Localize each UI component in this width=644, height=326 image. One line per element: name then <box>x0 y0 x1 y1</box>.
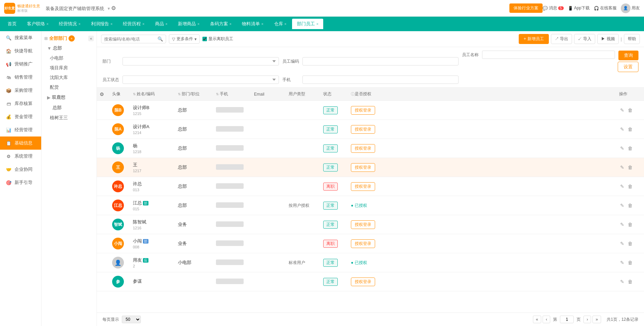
gear-button[interactable]: ⚙ <box>111 5 116 11</box>
show-resigned-checkbox[interactable] <box>202 37 207 41</box>
dropdown-icon[interactable]: ▾ <box>108 6 110 11</box>
dept-sub-xiaodian[interactable]: 小电部 <box>42 53 97 63</box>
dept-filter-select[interactable] <box>123 57 279 65</box>
tab-history[interactable]: 经营历程 × <box>118 19 149 29</box>
edit-icon[interactable]: ✎ <box>620 279 624 284</box>
edit-icon[interactable]: ✎ <box>620 260 624 265</box>
close-icon[interactable]: × <box>110 22 112 26</box>
delete-icon[interactable]: 🗑 <box>628 146 633 151</box>
edit-icon[interactable]: ✎ <box>620 184 624 189</box>
view-btn[interactable]: ▶ 视频 <box>597 34 618 44</box>
sidebar-item-inventory[interactable]: 🗃 库存核算 <box>0 97 41 110</box>
tab-profit[interactable]: 利润报告 × <box>86 19 117 29</box>
delete-icon[interactable]: 🗑 <box>628 241 633 246</box>
export-btn[interactable]: ↗ 导出 <box>551 34 572 44</box>
dept-item-shuanglu[interactable]: ▶ 双鹿想 <box>42 92 97 103</box>
sidebar-item-management[interactable]: 📊 经营管理 <box>0 123 41 136</box>
sort-icon[interactable]: ⇅ <box>133 92 136 96</box>
close-icon[interactable]: × <box>261 22 263 26</box>
sidebar-item-purchase[interactable]: 📦 采购管理 <box>0 84 41 97</box>
tab-barcode[interactable]: 条码方案 × <box>205 19 236 29</box>
close-icon[interactable]: × <box>284 22 287 26</box>
edit-icon[interactable]: ✎ <box>620 222 624 227</box>
edit-icon[interactable]: ✎ <box>620 165 624 170</box>
sidebar-item-finance[interactable]: 💰 资金管理 <box>0 110 41 123</box>
online-service-link[interactable]: 🎧 在线客服 <box>594 5 617 11</box>
edit-icon[interactable]: ✎ <box>620 203 624 208</box>
show-resigned-label[interactable]: 显示离职员工 <box>202 36 233 42</box>
auth-login-btn[interactable]: 授权登录 <box>351 144 375 153</box>
auth-login-btn[interactable]: 授权登录 <box>351 182 375 191</box>
tab-warehouse[interactable]: 仓库 × <box>269 19 291 29</box>
delete-icon[interactable]: 🗑 <box>628 107 633 113</box>
next-page-btn[interactable]: › <box>583 316 591 323</box>
sidebar-item-quicknav[interactable]: 🏠 快捷导航 <box>0 44 41 58</box>
edit-icon[interactable]: ✎ <box>620 241 624 246</box>
user-info[interactable]: 👤 用友 <box>621 3 640 13</box>
auth-login-btn[interactable]: 授权登录 <box>351 239 375 248</box>
sidebar-item-basic-info[interactable]: 📋 基础信息 <box>0 136 41 150</box>
delete-icon[interactable]: 🗑 <box>628 222 633 227</box>
emp-code-input[interactable] <box>302 57 459 65</box>
collapse-tree-btn[interactable]: « <box>88 36 94 41</box>
sidebar-item-search[interactable]: 🔍 搜索菜单 <box>0 31 41 44</box>
edit-icon[interactable]: ✎ <box>620 146 624 151</box>
per-page-select[interactable]: 50 100 200 <box>122 316 141 323</box>
tab-dept-staff[interactable]: 部门员工 × <box>292 19 323 29</box>
sort-icon-phone[interactable]: ⇅ <box>216 92 219 96</box>
dept-item-zongbu[interactable]: 总部 <box>42 103 97 113</box>
query-btn[interactable]: 查询 <box>618 51 638 60</box>
close-icon[interactable]: × <box>46 22 48 26</box>
tab-customers[interactable]: 客户联络 × <box>22 19 53 29</box>
more-filter-btn[interactable]: ▽ 更多条件 ▾ <box>169 34 200 44</box>
help-btn[interactable]: 帮助 <box>624 34 640 44</box>
sidebar-item-sales[interactable]: 🛍 销售管理 <box>0 71 41 84</box>
trial-btn[interactable]: 体验行业方案 <box>509 3 543 13</box>
import-btn[interactable]: ↙ 导入 <box>574 34 595 44</box>
close-icon[interactable]: × <box>165 22 167 26</box>
delete-icon[interactable]: 🗑 <box>628 203 633 208</box>
edit-icon[interactable]: ✎ <box>620 107 624 113</box>
auth-login-btn[interactable]: 授权登录 <box>351 125 375 134</box>
set-btn[interactable]: 设置 <box>618 62 638 72</box>
auth-login-btn[interactable]: 授权登录 <box>351 163 375 172</box>
auth-login-btn[interactable]: 授权登录 <box>351 106 375 115</box>
sidebar-item-collab[interactable]: 🤝 企业协同 <box>0 163 41 176</box>
prev-page-btn[interactable]: ‹ <box>543 316 550 323</box>
dept-sub-project[interactable]: 项目库房 <box>42 63 97 73</box>
tab-operations[interactable]: 经营情况 × <box>54 19 85 29</box>
auth-login-btn[interactable]: 授权登录 <box>351 220 375 229</box>
auth-login-btn[interactable]: 授权登录 <box>351 277 375 286</box>
dept-add-icon[interactable]: + <box>69 35 75 42</box>
sidebar-item-system[interactable]: ⚙ 系统管理 <box>0 150 41 163</box>
phone-input[interactable] <box>302 76 459 84</box>
app-download-link[interactable]: 📱 App下载 <box>568 5 590 11</box>
search-input[interactable] <box>104 37 156 42</box>
delete-icon[interactable]: 🗑 <box>628 184 633 189</box>
dept-sub-distribution[interactable]: 配货 <box>42 82 97 92</box>
close-icon[interactable]: × <box>197 22 199 26</box>
tab-add-goods[interactable]: 新增商品 × <box>173 19 204 29</box>
settings-icon[interactable]: ⚙ <box>100 91 104 97</box>
first-page-btn[interactable]: « <box>533 316 542 323</box>
edit-icon[interactable]: ✎ <box>620 126 624 132</box>
emp-name-input[interactable] <box>482 51 615 59</box>
delete-icon[interactable]: 🗑 <box>628 126 633 132</box>
add-employee-btn[interactable]: + 新增员工 <box>519 34 548 44</box>
emp-status-select[interactable] <box>123 76 279 84</box>
sidebar-item-guide[interactable]: 🎯 新手引导 <box>0 176 41 189</box>
close-icon[interactable]: × <box>316 22 318 26</box>
delete-icon[interactable]: 🗑 <box>628 165 633 170</box>
close-icon[interactable]: × <box>78 22 80 26</box>
sidebar-item-marketing[interactable]: 📢 营销推广 <box>0 58 41 71</box>
tab-goods[interactable]: 商品 × <box>150 19 172 29</box>
dept-item-head-office[interactable]: ▼ 总部 <box>42 43 97 53</box>
dept-sub-shenyang[interactable]: 沈阳大库 <box>42 73 97 82</box>
last-page-btn[interactable]: » <box>592 316 601 323</box>
sort-icon-dept[interactable]: ⇅ <box>178 92 181 96</box>
delete-icon[interactable]: 🗑 <box>628 260 633 265</box>
delete-icon[interactable]: 🗑 <box>628 279 633 284</box>
tab-home[interactable]: 首页 <box>3 19 21 29</box>
message-link[interactable]: 💬 消息 5 <box>543 5 564 11</box>
close-icon[interactable]: × <box>142 22 144 26</box>
